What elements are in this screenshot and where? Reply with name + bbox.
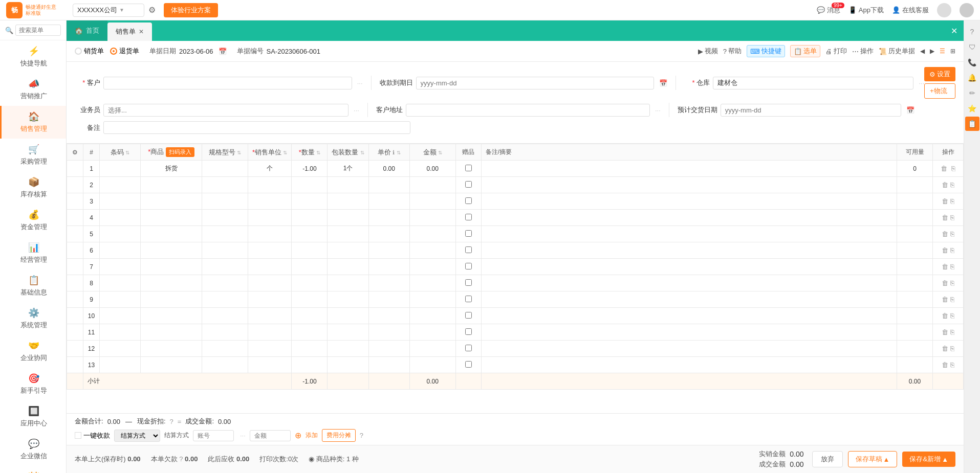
payment-calendar-icon[interactable]: 📅 (659, 79, 667, 87)
add-circle-icon[interactable]: ⊕ (295, 431, 301, 440)
address-input[interactable] (406, 104, 650, 117)
sidebar-item-marketing[interactable]: 📣 营销推广 (0, 73, 66, 106)
cell-barcode-1[interactable] (100, 161, 141, 177)
sidebar-item-quick-nav[interactable]: ⚡ 快捷导航 (0, 40, 66, 73)
product-type-icon[interactable]: ◉ (309, 455, 314, 463)
settings-icon[interactable]: ⚙ (148, 5, 156, 15)
delete-icon[interactable]: 🗑 (942, 230, 948, 238)
gift-checkbox[interactable] (465, 279, 472, 286)
toolbar-video[interactable]: ▶ 视频 (698, 47, 718, 56)
gift-checkbox[interactable] (465, 361, 472, 368)
sidebar-item-member[interactable]: 👑 畅会员 (0, 466, 66, 473)
gift-checkbox[interactable] (465, 214, 472, 220)
cell-gift-1[interactable] (455, 161, 481, 177)
sidebar-item-operations[interactable]: 📊 经营管理 (0, 237, 66, 269)
cell-unit-1[interactable]: 个 (248, 161, 292, 177)
salesperson-dots[interactable]: ··· (354, 106, 359, 114)
delete-icon[interactable]: 🗑 (942, 296, 948, 303)
delete-icon[interactable]: 🗑 (942, 181, 948, 189)
copy-icon[interactable]: ⎘ (950, 345, 954, 352)
copy-icon[interactable]: ⎘ (950, 361, 954, 369)
app-download-item[interactable]: 📱 App下载 (848, 6, 884, 15)
gift-checkbox[interactable] (465, 197, 472, 204)
copy-icon[interactable]: ⎘ (950, 279, 954, 287)
sidebar-item-finance[interactable]: 💰 资金管理 (0, 204, 66, 237)
discard-button[interactable]: 放弃 (812, 451, 843, 467)
customer-dots[interactable]: ··· (357, 79, 363, 87)
toolbar-history[interactable]: 📜 历史单据 (879, 47, 915, 56)
message-item[interactable]: 💬 消息 99+ (817, 6, 840, 15)
gift-checkbox[interactable] (465, 328, 472, 335)
calendar-icon[interactable]: 📅 (219, 48, 227, 55)
copy-icon-1[interactable]: ⎘ (951, 165, 955, 172)
logistics-button[interactable]: +物流 (924, 83, 955, 99)
right-panel-clipboard[interactable]: 📋 (965, 117, 979, 131)
gift-checkbox-1[interactable] (465, 165, 472, 171)
cell-product-1[interactable]: 拆货 (141, 161, 202, 177)
delete-icon[interactable]: 🗑 (942, 345, 948, 352)
cell-note-1[interactable] (481, 161, 897, 177)
cell-amount-1[interactable]: 0.00 (409, 161, 455, 177)
address-dots[interactable]: ··· (655, 106, 661, 114)
tab-home[interactable]: 🏠 首页 (67, 20, 107, 41)
sort-price-icon[interactable]: ⇅ (397, 150, 401, 155)
sidebar-item-basic-info[interactable]: 📋 基础信息 (0, 269, 66, 302)
radio-sales[interactable]: 销货单 (75, 47, 104, 56)
search-input[interactable] (15, 25, 61, 36)
sidebar-item-wechat[interactable]: 💬 企业微信 (0, 433, 66, 466)
sidebar-item-system[interactable]: ⚙️ 系统管理 (0, 302, 66, 335)
delivery-calendar-icon[interactable]: 📅 (906, 106, 914, 114)
settings-button[interactable]: ⚙ 设置 (924, 67, 955, 81)
sidebar-item-apps[interactable]: 🔲 应用中心 (0, 400, 66, 433)
gift-checkbox[interactable] (465, 345, 472, 351)
gift-checkbox[interactable] (465, 181, 472, 188)
sort-pkg-icon[interactable]: ⇅ (360, 150, 364, 155)
sidebar-item-purchase[interactable]: 🛒 采购管理 (0, 139, 66, 171)
expense-help-icon[interactable]: ? (360, 432, 363, 439)
scan-button[interactable]: 扫码录入 (166, 147, 194, 157)
sort-unit-icon[interactable]: ⇅ (283, 150, 287, 155)
trial-button[interactable]: 体验行业方案 (164, 3, 218, 17)
sort-amount-icon[interactable]: ⇅ (438, 150, 442, 155)
delete-icon[interactable]: 🗑 (942, 328, 948, 336)
sidebar-item-guide[interactable]: 🎯 新手引导 (0, 368, 66, 400)
save-new-button[interactable]: 保存&新增 ▲ (902, 452, 955, 467)
toolbar-print[interactable]: 🖨 打印 (825, 47, 847, 56)
gift-checkbox[interactable] (465, 246, 472, 253)
cell-price-1[interactable]: 0.00 (368, 161, 409, 177)
copy-icon[interactable]: ⎘ (950, 214, 954, 221)
copy-icon[interactable]: ⎘ (950, 246, 954, 254)
salesperson-input[interactable] (103, 104, 349, 117)
right-panel-question[interactable]: ? (965, 25, 979, 39)
delivery-input[interactable] (721, 104, 901, 117)
gift-checkbox[interactable] (465, 230, 472, 237)
toolbar-prev[interactable]: ◀ (920, 48, 925, 55)
copy-icon[interactable]: ⎘ (950, 296, 954, 303)
toolbar-next[interactable]: ▶ (930, 48, 934, 55)
sidebar-item-inventory[interactable]: 📦 库存核算 (0, 171, 66, 204)
close-button[interactable]: ✕ (951, 26, 957, 36)
toolbar-help[interactable]: ? 帮助 (723, 47, 742, 56)
right-panel-star[interactable]: ⭐ (965, 101, 979, 116)
payment-amount-input[interactable] (250, 430, 291, 441)
delete-icon[interactable]: 🗑 (942, 312, 948, 320)
copy-icon[interactable]: ⎘ (950, 263, 954, 271)
delete-icon[interactable]: 🗑 (942, 263, 948, 271)
avatar-2[interactable] (960, 3, 974, 17)
gift-checkbox[interactable] (465, 263, 472, 269)
copy-icon[interactable]: ⎘ (950, 328, 954, 336)
right-panel-phone[interactable]: 📞 (965, 55, 979, 70)
toolbar-operate[interactable]: ⋯ 操作 (852, 47, 874, 56)
payment-date-input[interactable] (416, 77, 655, 89)
delete-icon[interactable]: 🗑 (942, 246, 948, 254)
toolbar-shortcut[interactable]: ⌨ 快捷键 (747, 45, 785, 57)
radio-return[interactable]: 退货单 (110, 47, 139, 56)
delete-icon[interactable]: 🗑 (942, 197, 948, 205)
discount-help-icon[interactable]: ? (170, 418, 173, 425)
copy-icon[interactable]: ⎘ (950, 230, 954, 238)
right-panel-bell[interactable]: 🔔 (965, 71, 979, 85)
warehouse-dots[interactable]: ··· (919, 79, 924, 87)
cell-qty-1[interactable]: -1.00 (292, 161, 328, 177)
owe-help-icon[interactable]: ? (179, 455, 183, 463)
gift-checkbox[interactable] (465, 312, 472, 319)
